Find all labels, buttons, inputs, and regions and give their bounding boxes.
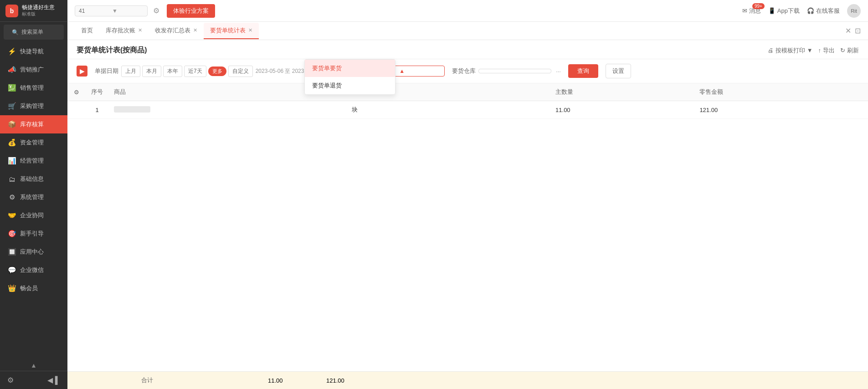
export-btn[interactable]: ↑ 导出 (818, 46, 835, 55)
sidebar-item-inventory[interactable]: 📦 库存核算 (0, 115, 67, 133)
app-download-btn[interactable]: 📱 App下载 (768, 7, 800, 15)
user-avatar[interactable]: Rit (847, 4, 861, 18)
tab-recv-summary[interactable]: 收发存汇总表 ✕ (149, 23, 204, 39)
date-btn-custom[interactable]: 自定义 (228, 66, 253, 77)
messages-btn[interactable]: ✉ 消息 99+ (742, 7, 761, 15)
collapse-icon[interactable]: ◀ ▌ (47, 376, 60, 384)
sidebar-item-label: 资金管理 (20, 138, 44, 147)
sidebar-item-label: 企业协同 (20, 211, 44, 220)
sidebar-item-label: 新手引导 (20, 230, 44, 238)
sidebar-nav: ⚡ 快捷导航 📣 营销推广 💹 销售管理 🛒 采购管理 📦 库存核算 💰 资金管… (0, 42, 67, 360)
sidebar-item-marketing[interactable]: 📣 营销推广 (0, 61, 67, 79)
col-header-settings[interactable]: ⚙ (67, 83, 86, 101)
sidebar-item-label: 基础信息 (20, 175, 44, 183)
filter-bar: ▶ 单据日期 上月 本月 本年 近7天 更多 自定义 2023-05-06 至 … (67, 59, 868, 83)
scroll-up-btn[interactable]: ▲ (31, 362, 37, 369)
user-label: Rit (851, 8, 857, 14)
footer-quantity: 11.00 (262, 377, 317, 384)
date-btn-7days[interactable]: 近7天 (184, 66, 206, 77)
refresh-icon: ↻ (840, 47, 845, 54)
sidebar-item-basic[interactable]: 🗂 基础信息 (0, 170, 67, 188)
col-header-amount: 零售金额 (694, 83, 868, 101)
quick-nav-icon: ⚡ (7, 47, 16, 56)
sidebar-item-apps[interactable]: 🔲 应用中心 (0, 243, 67, 261)
print-btn[interactable]: 🖨 按模板打印 ▼ (768, 46, 813, 55)
topbar-left: 41 ▼ ⚙ 体验行业方案 (75, 4, 742, 18)
print-arrow-icon: ▼ (807, 47, 813, 54)
vip-icon: 👑 (7, 284, 16, 293)
topbar-gear-icon[interactable]: ⚙ (153, 6, 159, 15)
footer-amount: 121.00 (326, 377, 381, 384)
tab-order-summary[interactable]: 要货单统计表 ✕ (204, 23, 259, 39)
date-btn-prev-month[interactable]: 上月 (121, 66, 140, 77)
tab-order-summary-close[interactable]: ✕ (248, 27, 252, 33)
close-all-tabs-btn[interactable]: ✕ (845, 26, 851, 35)
sidebar-item-finance[interactable]: 💰 资金管理 (0, 133, 67, 152)
operation-icon: 📊 (7, 156, 16, 165)
sidebar-item-label: 系统管理 (20, 193, 44, 201)
tab-recv-summary-label: 收发存汇总表 (155, 26, 190, 35)
results-table: ⚙ 序号 商品 主计量单位 主数量 零售金额 1 (67, 83, 868, 119)
app-sub: 标准版 (22, 11, 55, 17)
store-selector[interactable]: 41 ▼ (75, 5, 148, 16)
date-btn-this-year[interactable]: 本年 (163, 66, 182, 77)
sidebar-item-enterprise[interactable]: 🤝 企业协同 (0, 206, 67, 225)
filter-more-icon[interactable]: ··· (556, 68, 561, 75)
sidebar-item-purchase[interactable]: 🛒 采购管理 (0, 97, 67, 115)
cell-settings (67, 101, 86, 119)
online-service-btn[interactable]: 🎧 在线客服 (807, 7, 840, 15)
sidebar-item-system[interactable]: ⚙ 系统管理 (0, 188, 67, 206)
tabs-bar: 首页 库存批次账 ✕ 收发存汇总表 ✕ 要货单统计表 ✕ ✕ ⊡ (67, 22, 868, 40)
sidebar-item-guide[interactable]: 🎯 新手引导 (0, 225, 67, 243)
trial-btn[interactable]: 体验行业方案 (167, 4, 215, 18)
dropdown-item-order-goods[interactable]: 要货单要货 (305, 60, 395, 77)
page-content: 要货单统计表(按商品) 🖨 按模板打印 ▼ ↑ 导出 ↻ 刷新 ▶ (67, 40, 868, 389)
date-btn-this-month[interactable]: 本月 (142, 66, 161, 77)
dropdown-item-label: 要货单退货 (312, 82, 342, 89)
warehouse-select[interactable] (478, 69, 551, 73)
search-icon: 🔍 (12, 29, 19, 36)
tab-recv-summary-close[interactable]: ✕ (193, 27, 197, 33)
date-btn-more[interactable]: 更多 (208, 67, 226, 76)
table-header: ⚙ 序号 商品 主计量单位 主数量 零售金额 (67, 83, 868, 101)
print-icon: 🖨 (768, 47, 774, 54)
table-body: 1 块 11.00 121.00 (67, 101, 868, 119)
tab-order-summary-label: 要货单统计表 (210, 26, 246, 35)
sidebar-scroll-up[interactable]: ▲ (0, 360, 67, 371)
cell-product (108, 101, 346, 119)
marketing-icon: 📣 (7, 65, 16, 74)
basic-icon: 🗂 (7, 174, 16, 184)
settings-icon[interactable]: ⚙ (7, 376, 14, 384)
sidebar-item-label: 快捷导航 (20, 47, 44, 56)
store-name: 41 (79, 8, 110, 14)
tab-batch-account[interactable]: 库存批次账 ✕ (99, 23, 149, 39)
sidebar-item-label: 采购管理 (20, 102, 44, 110)
sidebar-item-label: 畅会员 (20, 284, 38, 292)
message-icon: ✉ (742, 7, 747, 14)
expand-tabs-btn[interactable]: ⊡ (855, 26, 861, 35)
tab-batch-account-label: 库存批次账 (106, 26, 135, 35)
refresh-btn[interactable]: ↻ 刷新 (840, 46, 859, 55)
date-filter-group: 单据日期 上月 本月 本年 近7天 更多 自定义 2023-05-06 至 20… (95, 66, 320, 77)
dropdown-item-order-return[interactable]: 要货单退货 (305, 77, 395, 94)
sidebar-item-quick-nav[interactable]: ⚡ 快捷导航 (0, 42, 67, 61)
service-icon: 🎧 (807, 7, 814, 14)
service-label: 在线客服 (816, 7, 840, 15)
type-select-arrow: ▲ (399, 68, 440, 74)
tab-batch-account-close[interactable]: ✕ (138, 27, 142, 33)
store-dropdown-arrow: ▼ (112, 8, 144, 14)
sidebar-item-operation[interactable]: 📊 经营管理 (0, 152, 67, 170)
sidebar-item-vip[interactable]: 👑 畅会员 (0, 279, 67, 297)
sidebar-item-label: 经营管理 (20, 157, 44, 165)
tab-home[interactable]: 首页 (75, 23, 99, 39)
query-btn[interactable]: 查询 (568, 64, 598, 78)
filter-expand-btn[interactable]: ▶ (77, 66, 87, 77)
table-row: 1 块 11.00 121.00 (67, 101, 868, 119)
topbar-right: ✉ 消息 99+ 📱 App下载 🎧 在线客服 Rit (742, 4, 861, 18)
sidebar-item-wechat[interactable]: 💬 企业微信 (0, 261, 67, 279)
settings-btn[interactable]: 设置 (606, 64, 631, 78)
type-dropdown: 要货单要货 要货单退货 (304, 59, 395, 95)
wechat-icon: 💬 (7, 266, 16, 275)
sidebar-search[interactable]: 🔍 搜索菜单 (4, 25, 64, 40)
sidebar-item-sales[interactable]: 💹 销售管理 (0, 79, 67, 97)
